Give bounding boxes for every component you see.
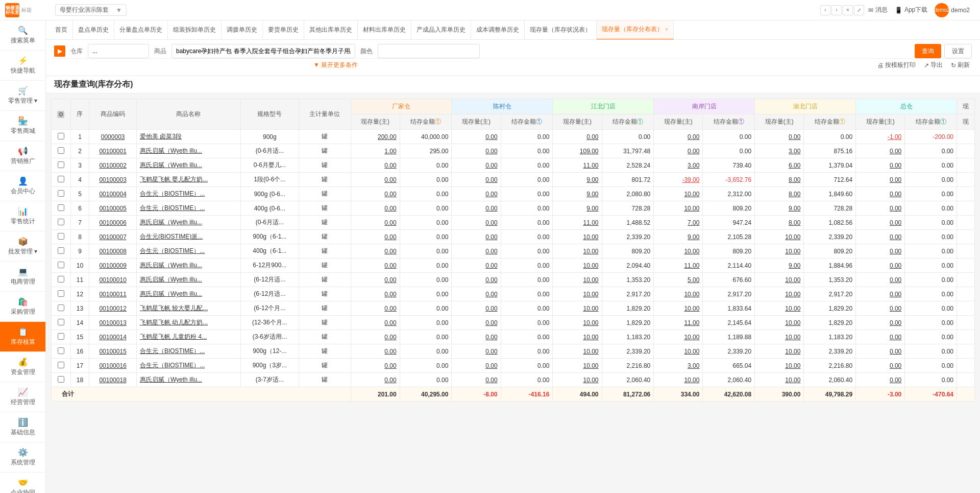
- row-factory-qty[interactable]: 0.00: [351, 287, 400, 301]
- row-name[interactable]: 合生元（BIOSTIME）...: [136, 344, 240, 359]
- app-download-btn[interactable]: 📱 App下载: [895, 6, 927, 14]
- row-jiangbei-qty[interactable]: 0.00: [553, 130, 602, 144]
- row-jiangbei-qty[interactable]: 9.00: [553, 173, 602, 187]
- row-jiangbei-qty[interactable]: 10.00: [553, 359, 602, 373]
- tab-组装拆卸单历史[interactable]: 组装拆卸单历史: [168, 20, 222, 40]
- row-factory-qty[interactable]: 0.00: [351, 330, 400, 344]
- tab-其他出库单历史[interactable]: 其他出库单历史: [304, 20, 358, 40]
- row-code[interactable]: 00100006: [89, 216, 137, 230]
- row-checkbox[interactable]: [52, 201, 71, 216]
- template-selector[interactable]: 母婴行业演示陈套 ▼: [55, 4, 127, 16]
- col-settings[interactable]: ⚙: [52, 99, 71, 130]
- sidebar-item-基础信息[interactable]: ℹ️基础信息: [0, 412, 45, 442]
- row-factory-qty[interactable]: 0.00: [351, 230, 400, 244]
- row-checkbox[interactable]: [52, 373, 71, 387]
- sidebar-item-经营管理[interactable]: 📈经营管理: [0, 382, 45, 412]
- user-avatar[interactable]: demo2 demo2: [935, 3, 970, 17]
- row-checkbox[interactable]: [52, 359, 71, 373]
- row-factory-qty[interactable]: 0.00: [351, 244, 400, 259]
- row-total-qty[interactable]: 0.00: [856, 301, 905, 316]
- sidebar-item-批发管理[interactable]: 📦批发管理 ▾: [0, 231, 45, 262]
- row-factory-qty[interactable]: 0.00: [351, 216, 400, 230]
- row-name[interactable]: 惠氏启腻（Wyeth illu...: [136, 259, 240, 273]
- row-nanan-qty[interactable]: 3.00: [654, 158, 703, 173]
- row-yubei-qty[interactable]: 8.00: [755, 173, 804, 187]
- row-nanan-qty[interactable]: 3.00: [654, 359, 703, 373]
- row-name[interactable]: 飞鹤星飞帆 婴儿配方奶...: [136, 173, 240, 187]
- sidebar-item-零售管理[interactable]: 🛒零售管理 ▾: [0, 81, 45, 111]
- row-yubei-qty[interactable]: 6.00: [755, 158, 804, 173]
- export-btn[interactable]: ↗ 导出: [924, 61, 943, 69]
- row-code[interactable]: 00100005: [89, 201, 137, 216]
- sidebar-item-资金管理[interactable]: 💰资金管理: [0, 352, 45, 382]
- query-button[interactable]: 查询: [915, 44, 941, 58]
- row-name[interactable]: 惠氏启腻（Wyeth illu...: [136, 273, 240, 287]
- row-nanan-qty[interactable]: -39.00: [654, 173, 703, 187]
- sidebar-item-零售商城[interactable]: 🏪零售商城: [0, 111, 45, 141]
- tab-盘点单历史[interactable]: 盘点单历史: [73, 20, 114, 40]
- row-total-qty[interactable]: 0.00: [856, 201, 905, 216]
- row-total-qty[interactable]: 0.00: [856, 344, 905, 359]
- row-chencun-qty[interactable]: 0.00: [452, 273, 501, 287]
- row-name[interactable]: 惠氏启腻（Wyeth illu...: [136, 373, 240, 387]
- row-nanan-qty[interactable]: 10.00: [654, 301, 703, 316]
- sidebar-item-系统管理[interactable]: ⚙️系统管理: [0, 442, 45, 473]
- row-name[interactable]: 合生元（BIOSTIME）...: [136, 244, 240, 259]
- row-factory-qty[interactable]: 0.00: [351, 201, 400, 216]
- row-checkbox[interactable]: [52, 158, 71, 173]
- row-checkbox[interactable]: [52, 330, 71, 344]
- expand-more-btn[interactable]: ▼ 展开更多条件: [313, 61, 358, 69]
- row-total-qty[interactable]: 0.00: [856, 244, 905, 259]
- row-jiangbei-qty[interactable]: 10.00: [553, 373, 602, 387]
- tab-close-icon[interactable]: ×: [665, 27, 668, 32]
- refresh-btn[interactable]: ↻ 刷新: [951, 61, 970, 69]
- sidebar-item-采购管理[interactable]: 🛍️采购管理: [0, 292, 45, 322]
- row-total-qty[interactable]: 0.00: [856, 144, 905, 158]
- settings-button[interactable]: 设置: [944, 44, 972, 58]
- row-nanan-qty[interactable]: 11.00: [654, 316, 703, 330]
- row-yubei-qty[interactable]: 10.00: [755, 316, 804, 330]
- row-chencun-qty[interactable]: 0.00: [452, 216, 501, 230]
- sidebar-item-电商管理[interactable]: 💻电商管理: [0, 262, 45, 292]
- row-name[interactable]: 惠氏启腻（Wyeth illu...: [136, 158, 240, 173]
- row-nanan-qty[interactable]: 5.00: [654, 273, 703, 287]
- tab-材料出库单历史[interactable]: 材料出库单历史: [358, 20, 411, 40]
- row-name[interactable]: 惠氏启腻（Wyeth illu...: [136, 144, 240, 158]
- row-jiangbei-qty[interactable]: 10.00: [553, 344, 602, 359]
- row-total-qty[interactable]: 0.00: [856, 187, 905, 201]
- row-checkbox[interactable]: [52, 273, 71, 287]
- row-jiangbei-qty[interactable]: 11.00: [553, 158, 602, 173]
- row-code[interactable]: 00100016: [89, 359, 137, 373]
- row-code[interactable]: 00100013: [89, 316, 137, 330]
- expand-all[interactable]: ⤢: [854, 5, 864, 15]
- row-name[interactable]: 飞鹤星飞帆 儿童奶粉 4...: [136, 330, 240, 344]
- row-jiangbei-qty[interactable]: 10.00: [553, 287, 602, 301]
- row-chencun-qty[interactable]: 0.00: [452, 158, 501, 173]
- warehouse-input[interactable]: [88, 44, 149, 58]
- row-yubei-qty[interactable]: 10.00: [755, 330, 804, 344]
- row-code[interactable]: 0000003: [89, 130, 137, 144]
- row-nanan-qty[interactable]: 0.00: [654, 130, 703, 144]
- sidebar-item-会员中心[interactable]: 👤会员中心: [0, 171, 45, 201]
- row-name[interactable]: 爱他美 卤菜3段: [136, 130, 240, 144]
- row-factory-qty[interactable]: 0.00: [351, 301, 400, 316]
- row-chencun-qty[interactable]: 0.00: [452, 330, 501, 344]
- row-code[interactable]: 00100004: [89, 187, 137, 201]
- row-name[interactable]: 合生元（BIOSTIME）...: [136, 187, 240, 201]
- row-nanan-qty[interactable]: 10.00: [654, 287, 703, 301]
- row-total-qty[interactable]: 0.00: [856, 216, 905, 230]
- row-chencun-qty[interactable]: 0.00: [452, 201, 501, 216]
- row-factory-qty[interactable]: 0.00: [351, 344, 400, 359]
- row-factory-qty[interactable]: 0.00: [351, 373, 400, 387]
- row-factory-qty[interactable]: 0.00: [351, 316, 400, 330]
- tab-现存量（库存状况表）[interactable]: 现存量（库存状况表）: [525, 20, 597, 40]
- next-arrow[interactable]: ›: [831, 5, 842, 15]
- tab-现存量（库存分布表）[interactable]: 现存量（库存分布表）×: [597, 20, 674, 40]
- tab-成本调整单历史[interactable]: 成本调整单历史: [471, 20, 525, 40]
- row-factory-qty[interactable]: 0.00: [351, 359, 400, 373]
- row-code[interactable]: 00100003: [89, 173, 137, 187]
- tab-首页[interactable]: 首页: [50, 20, 73, 40]
- row-checkbox[interactable]: [52, 216, 71, 230]
- row-yubei-qty[interactable]: 9.00: [755, 259, 804, 273]
- row-factory-qty[interactable]: 0.00: [351, 187, 400, 201]
